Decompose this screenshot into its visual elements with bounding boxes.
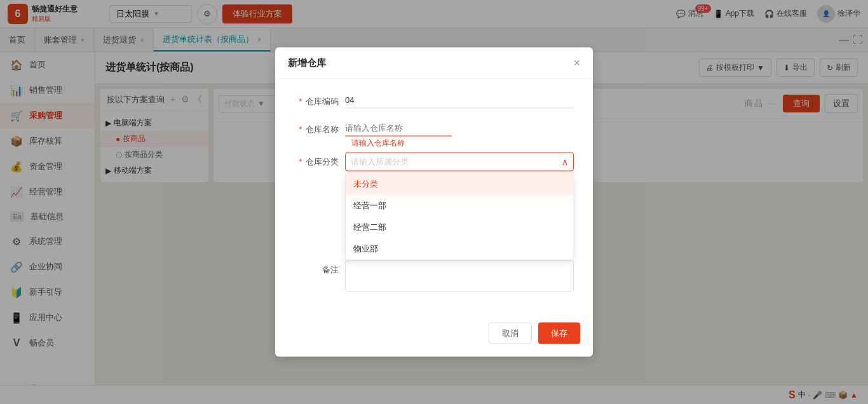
cancel-button[interactable]: 取消 bbox=[489, 323, 532, 344]
warehouse-name-error: 请输入仓库名称 bbox=[351, 138, 405, 149]
modal-body: * 仓库编码 * 仓库名称 请输入仓库名称 * 仓库分类 bbox=[275, 79, 593, 316]
warehouse-category-row: * 仓库分类 请输入所属分类 ∧ 未分类 经营一部 经营二部 物业部 bbox=[294, 152, 574, 172]
warehouse-code-row: * 仓库编码 bbox=[294, 92, 574, 109]
warehouse-code-label: * 仓库编码 bbox=[294, 92, 345, 107]
dropdown-item-dept3[interactable]: 物业部 bbox=[346, 238, 573, 260]
warehouse-name-row: * 仓库名称 请输入仓库名称 bbox=[294, 120, 574, 149]
new-warehouse-modal: 新增仓库 × * 仓库编码 * 仓库名称 请输入仓库名称 bbox=[275, 48, 593, 357]
dropdown-item-uncategorized[interactable]: 未分类 bbox=[346, 173, 573, 195]
modal-close-button[interactable]: × bbox=[573, 57, 580, 70]
warehouse-note-input[interactable] bbox=[345, 260, 574, 292]
warehouse-name-label: * 仓库名称 bbox=[294, 120, 345, 135]
category-dropdown: 未分类 经营一部 经营二部 物业部 bbox=[345, 173, 574, 260]
warehouse-note-label: 备注 bbox=[294, 260, 345, 276]
dropdown-item-dept1[interactable]: 经营一部 bbox=[346, 195, 573, 217]
save-button[interactable]: 保存 bbox=[538, 323, 580, 344]
modal-header: 新增仓库 × bbox=[275, 48, 593, 79]
warehouse-note-row: 备注 bbox=[294, 260, 574, 292]
warehouse-code-input[interactable] bbox=[345, 92, 574, 109]
category-chevron-icon: ∧ bbox=[562, 157, 568, 167]
modal-title: 新增仓库 bbox=[288, 57, 326, 69]
modal-footer: 取消 保存 bbox=[275, 316, 593, 357]
warehouse-category-label: * 仓库分类 bbox=[294, 152, 345, 168]
warehouse-name-input[interactable] bbox=[345, 120, 452, 137]
warehouse-category-select[interactable]: 请输入所属分类 ∧ bbox=[345, 152, 574, 172]
dropdown-item-dept2[interactable]: 经营二部 bbox=[346, 217, 573, 238]
